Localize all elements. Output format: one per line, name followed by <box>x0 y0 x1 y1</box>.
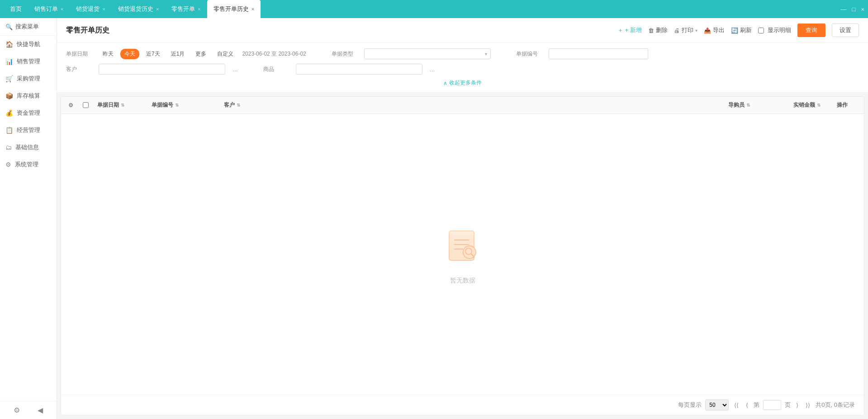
page-total: 共0页, 0条记录 <box>816 401 855 409</box>
page-number-input[interactable]: 1 <box>763 400 781 410</box>
collapse-row[interactable]: ∧ 收起更多条件 <box>66 79 859 87</box>
sidebar-item-business-mgmt[interactable]: 📋 经营管理 <box>0 122 57 139</box>
search-icon: 🔍 <box>5 24 13 30</box>
sidebar-item-sales-mgmt[interactable]: 📊 销售管理 <box>0 53 57 70</box>
pagination: 每页显示 10 20 50 100 ⟨⟨ ⟨ 第 1 页 ⟩ ⟩⟩ 共0页, 0… <box>61 395 864 415</box>
close-btn[interactable]: × <box>861 6 864 13</box>
th-checkbox[interactable] <box>79 102 94 108</box>
goods-input[interactable] <box>296 64 422 75</box>
th-settings[interactable]: ⚙ <box>65 102 79 108</box>
date-btn-more[interactable]: 更多 <box>191 49 210 59</box>
date-btn-yesterday[interactable]: 昨天 <box>99 49 118 59</box>
collapse-icon: ∧ <box>443 80 447 86</box>
tab-sales-order[interactable]: 销售订单 × <box>28 0 70 18</box>
date-range-display: 2023-06-02 至 2023-06-02 <box>242 50 306 58</box>
main-layout: 🔍 搜索菜单 🏠 快捷导航 📊 销售管理 🛒 采购管理 📦 库存核算 💰 资金管… <box>0 18 868 419</box>
date-filter-btns: 昨天 今天 近7天 近1月 更多 自定义 2023-06-02 至 2023-0… <box>99 49 306 59</box>
empty-state: 暂无数据 <box>61 114 864 395</box>
date-btn-custom[interactable]: 自定义 <box>213 49 237 59</box>
system-mgmt-icon: ⚙ <box>5 161 11 168</box>
toolbar: ＋ + 新增 🗑 删除 🖨 打印 ▾ 📤 导出 🔄 <box>617 24 859 37</box>
table-area: ⚙ 单据日期 ⇅ 单据编号 ⇅ 客户 ⇅ 导购员 ⇅ <box>61 96 864 415</box>
page-title: 零售开单历史 <box>66 26 109 35</box>
sidebar-item-quick-nav[interactable]: 🏠 快捷导航 <box>0 36 57 53</box>
per-page-label: 每页显示 <box>678 401 702 409</box>
print-icon: 🖨 <box>674 27 680 34</box>
tab-sales-return-history-close[interactable]: × <box>156 6 159 12</box>
tab-retail-open-close[interactable]: × <box>198 6 200 12</box>
export-icon: 📤 <box>704 27 711 34</box>
select-all-checkbox[interactable] <box>83 102 89 108</box>
tab-sales-order-close[interactable]: × <box>61 6 63 12</box>
display-detail-button[interactable]: 显示明细 <box>758 26 791 34</box>
th-customer[interactable]: 客户 ⇅ <box>220 101 725 109</box>
refresh-button[interactable]: 🔄 刷新 <box>731 26 752 34</box>
query-button[interactable]: 查询 <box>797 24 825 37</box>
restore-btn[interactable]: □ <box>852 6 856 13</box>
per-page-select[interactable]: 10 20 50 100 <box>705 400 729 410</box>
inventory-icon: 📦 <box>5 92 13 99</box>
goods-dots[interactable]: ... <box>430 66 435 73</box>
filter-area: 单据日期 昨天 今天 近7天 近1月 更多 自定义 2023-06-02 至 2… <box>57 43 868 93</box>
display-detail-checkbox[interactable] <box>758 28 764 33</box>
print-button[interactable]: 🖨 打印 ▾ <box>674 26 697 34</box>
date-btn-today[interactable]: 今天 <box>120 49 139 59</box>
first-page-btn[interactable]: ⟨⟨ <box>732 401 740 410</box>
setting-button[interactable]: 设置 <box>832 24 859 37</box>
tab-sales-return-close[interactable]: × <box>102 6 105 12</box>
sidebar-collapse-icon[interactable]: ◀ <box>38 406 43 414</box>
customer-sort-icon: ⇅ <box>237 103 240 108</box>
goods-label: 商品 <box>263 66 289 73</box>
tab-retail-open[interactable]: 零售开单 × <box>165 0 207 18</box>
sidebar-settings-icon[interactable]: ⚙ <box>14 406 20 414</box>
bill-type-select-wrap <box>364 48 491 59</box>
add-icon: ＋ <box>617 26 623 34</box>
delete-icon: 🗑 <box>648 27 654 34</box>
th-date[interactable]: 单据日期 ⇅ <box>94 101 148 109</box>
tab-retail-open-history[interactable]: 零售开单历史 × <box>207 0 261 18</box>
customer-input[interactable] <box>99 64 225 75</box>
th-billno[interactable]: 单据编号 ⇅ <box>148 101 220 109</box>
quick-nav-icon: 🏠 <box>5 41 13 48</box>
date-filter-label: 单据日期 <box>66 50 91 58</box>
business-mgmt-icon: 📋 <box>5 127 13 134</box>
page-label-post: 页 <box>785 401 791 409</box>
page-header: 零售开单历史 ＋ + 新增 🗑 删除 🖨 打印 ▾ 📤 导出 <box>57 18 868 43</box>
empty-icon <box>440 224 485 269</box>
date-btn-7days[interactable]: 近7天 <box>142 49 164 59</box>
last-page-btn[interactable]: ⟩⟩ <box>804 401 812 410</box>
prev-page-btn[interactable]: ⟨ <box>744 401 750 410</box>
page-label-pre: 第 <box>754 401 759 409</box>
export-button[interactable]: 📤 导出 <box>704 26 725 34</box>
date-btn-1month[interactable]: 近1月 <box>167 49 189 59</box>
bill-type-select[interactable] <box>364 48 491 59</box>
sidebar-item-finance[interactable]: 💰 资金管理 <box>0 104 57 122</box>
tab-sales-return-history[interactable]: 销货退货历史 × <box>112 0 165 18</box>
delete-button[interactable]: 🗑 删除 <box>648 26 668 34</box>
finance-icon: 💰 <box>5 109 13 117</box>
tab-bar: 首页 销售订单 × 销货退货 × 销货退货历史 × 零售开单 × 零售开单历史 … <box>0 0 868 18</box>
empty-text: 暂无数据 <box>450 277 475 285</box>
customer-dots[interactable]: ... <box>232 66 238 73</box>
sidebar-bottom: ⚙ ◀ <box>0 401 57 419</box>
minimize-btn[interactable]: — <box>841 6 847 13</box>
sidebar-search[interactable]: 🔍 搜索菜单 <box>0 18 57 36</box>
sidebar-item-inventory[interactable]: 📦 库存核算 <box>0 87 57 104</box>
th-guide[interactable]: 导购员 ⇅ <box>725 101 779 109</box>
tab-home[interactable]: 首页 <box>4 0 28 18</box>
sidebar-item-purchase-mgmt[interactable]: 🛒 采购管理 <box>0 70 57 87</box>
guide-sort-icon: ⇅ <box>746 103 750 108</box>
th-amount[interactable]: 实销金额 ⇅ <box>779 101 824 109</box>
sidebar-item-system-mgmt[interactable]: ⚙ 系统管理 <box>0 156 57 173</box>
sidebar-item-basic-info[interactable]: 🗂 基础信息 <box>0 139 57 156</box>
table-header: ⚙ 单据日期 ⇅ 单据编号 ⇅ 客户 ⇅ 导购员 ⇅ <box>61 97 864 114</box>
refresh-icon: 🔄 <box>731 27 738 34</box>
add-button[interactable]: ＋ + 新增 <box>617 26 642 34</box>
tab-retail-open-history-close[interactable]: × <box>251 6 254 12</box>
bill-no-input[interactable] <box>549 48 648 59</box>
next-page-btn[interactable]: ⟩ <box>794 401 800 410</box>
date-sort-icon: ⇅ <box>121 103 124 108</box>
sidebar: 🔍 搜索菜单 🏠 快捷导航 📊 销售管理 🛒 采购管理 📦 库存核算 💰 资金管… <box>0 18 57 419</box>
bill-no-label: 单据编号 <box>516 50 541 58</box>
tab-sales-return[interactable]: 销货退货 × <box>70 0 111 18</box>
